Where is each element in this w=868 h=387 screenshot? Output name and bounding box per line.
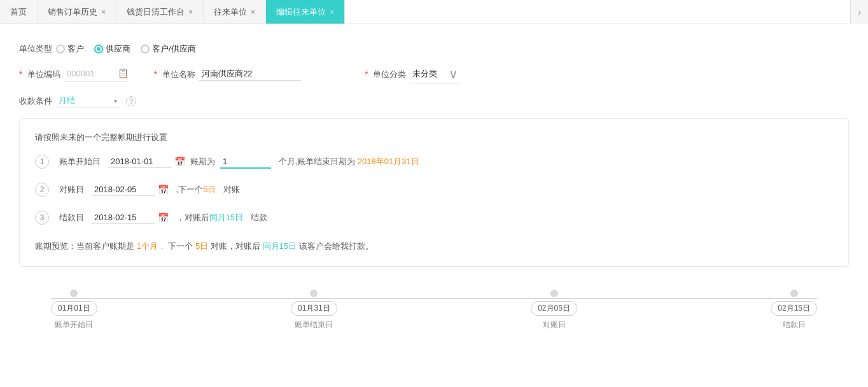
category-chevron-down-icon: ∨ xyxy=(449,66,458,81)
tab-partner-label: 往来单位 xyxy=(214,6,247,18)
timeline-badge-2: 01月31日 xyxy=(291,301,337,316)
tab-cash-desk-close[interactable]: × xyxy=(188,8,193,17)
unit-category-select[interactable]: 未分类 ∨ xyxy=(410,65,461,83)
timeline-label-1: 账单开始日 xyxy=(55,320,93,330)
timeline-line xyxy=(51,298,817,299)
payment-terms-select[interactable]: 月结 ▾ xyxy=(56,94,120,108)
radio-customer[interactable]: 客户 xyxy=(56,43,84,55)
preview-prefix: 账期预览：当前客户账期是 xyxy=(35,241,134,251)
unit-code-input[interactable] xyxy=(64,67,115,80)
tab-edit-partner-close[interactable]: × xyxy=(330,8,334,17)
timeline-spacer-3 xyxy=(577,293,771,294)
preview-suffix: 该客户会给我打款。 xyxy=(299,241,374,251)
unit-name-star: * xyxy=(154,69,157,79)
unit-code-star: * xyxy=(19,69,22,79)
radio-customer-supplier-label: 客户/供应商 xyxy=(152,43,196,55)
timeline-spacer-2 xyxy=(337,293,531,294)
radio-supplier[interactable]: 供应商 xyxy=(94,43,130,55)
step-3-date-input[interactable] xyxy=(92,211,155,224)
tab-edit-partner[interactable]: 编辑往来单位 × xyxy=(266,0,345,24)
unit-code-input-wrapper: 📋 xyxy=(64,67,129,81)
radio-customer-supplier[interactable]: 客户/供应商 xyxy=(141,43,196,55)
tab-bar-more[interactable]: › xyxy=(850,0,868,24)
step-number-1: 1 xyxy=(35,155,49,169)
preview-highlight1: 1个月， xyxy=(137,241,166,251)
unit-category-label: 单位分类 xyxy=(373,69,406,80)
timeline-label-3: 对账日 xyxy=(543,320,566,330)
timeline: 01月01日 账单开始日 01月31日 账单结束日 02月05日 xyxy=(32,277,836,337)
unit-code-group: * 单位编码 📋 xyxy=(19,67,129,81)
step-1-suffix: 个月,账单结束日期为 xyxy=(276,156,358,167)
tab-home[interactable]: 首页 xyxy=(0,0,38,24)
tab-sales-history[interactable]: 销售订单历史 × xyxy=(38,0,116,24)
unit-name-input[interactable] xyxy=(199,68,301,81)
tab-partner-close[interactable]: × xyxy=(251,8,255,17)
tab-partner[interactable]: 往来单位 × xyxy=(204,0,266,24)
timeline-circle-3 xyxy=(550,290,558,297)
step-1-calendar-icon[interactable]: 📅 xyxy=(174,157,185,167)
unit-type-group: 单位类型 客户 供应商 客户/供应商 xyxy=(19,43,196,55)
unit-details-row: * 单位编码 📋 * 单位名称 * 单位分类 未分类 ∨ xyxy=(19,65,849,83)
step-1-end-date: 2018年01月31日 xyxy=(358,156,419,167)
unit-name-group: * 单位名称 xyxy=(154,68,301,81)
unit-category-group: * 单位分类 未分类 ∨ xyxy=(365,65,461,83)
preview-middle2: 对账，对账后 xyxy=(211,241,260,251)
step-number-3: 3 xyxy=(35,211,49,225)
preview-highlight3: 同月15日 xyxy=(263,241,297,251)
period-input[interactable] xyxy=(220,155,271,169)
unit-type-label: 单位类型 xyxy=(19,43,52,55)
step-3-calendar-icon[interactable]: 📅 xyxy=(158,213,169,223)
help-icon[interactable]: ? xyxy=(126,96,136,106)
timeline-badge-3: 02月05日 xyxy=(531,301,577,316)
tab-cash-desk-label: 钱货日清工作台 xyxy=(127,6,185,18)
step-2-calendar-icon[interactable]: 📅 xyxy=(158,185,169,195)
step-2-label: 对账日 xyxy=(59,184,84,195)
step-3-label: 结款日 xyxy=(59,212,84,223)
radio-supplier-label: 供应商 xyxy=(106,43,130,55)
step-row-2: 2 对账日 📅 ,下一个 5日 对账 xyxy=(35,183,833,197)
radio-group-unit-type: 客户 供应商 客户/供应商 xyxy=(56,43,196,55)
step-2-date-input[interactable] xyxy=(92,183,155,196)
tab-sales-history-label: 销售订单历史 xyxy=(48,6,97,18)
timeline-badge-4: 02月15日 xyxy=(771,301,817,316)
payment-terms-value: 月结 xyxy=(59,95,75,106)
timeline-circle-4 xyxy=(790,290,798,297)
card-title: 请按照未来的一个完整帐期进行设置 xyxy=(35,132,833,143)
payment-terms-label: 收款条件 xyxy=(19,95,52,107)
timeline-point-1: 01月01日 账单开始日 xyxy=(51,290,97,330)
tab-cash-desk[interactable]: 钱货日清工作台 × xyxy=(116,0,204,24)
step-1-date-input[interactable] xyxy=(108,155,172,168)
timeline-point-3: 02月05日 对账日 xyxy=(531,290,577,330)
chevron-right-icon: › xyxy=(858,7,861,17)
unit-category-star: * xyxy=(365,69,368,79)
timeline-label-4: 结款日 xyxy=(783,320,806,330)
timeline-spacer-1 xyxy=(97,293,291,294)
unit-name-label: 单位名称 xyxy=(162,69,195,80)
tab-edit-partner-label: 编辑往来单位 xyxy=(276,6,326,18)
step-3-desc-suffix: 结款 xyxy=(248,212,267,223)
unit-type-row: 单位类型 客户 供应商 客户/供应商 xyxy=(19,43,849,55)
step-number-2: 2 xyxy=(35,183,49,197)
step-row-1: 1 账单开始日 📅 账期为 个月,账单结束日期为 2018年01月31日 xyxy=(35,155,833,169)
radio-customer-circle xyxy=(56,45,65,53)
unit-category-value: 未分类 xyxy=(412,68,437,80)
step-2-desc-prefix: ,下一个 xyxy=(174,184,203,195)
radio-supplier-circle xyxy=(94,45,103,53)
card-section: 请按照未来的一个完整帐期进行设置 1 账单开始日 📅 账期为 个月,账单结束日期… xyxy=(19,118,849,267)
preview-highlight2: 5日 xyxy=(195,241,208,251)
copy-icon[interactable]: 📋 xyxy=(118,68,129,78)
step-1-middle-text: 账期为 xyxy=(190,156,215,167)
step-2-desc-suffix: 对账 xyxy=(221,184,240,195)
tab-sales-history-close[interactable]: × xyxy=(101,8,106,17)
step-3-highlight: 同月15日 xyxy=(209,212,243,223)
step-1-label: 账单开始日 xyxy=(59,156,101,167)
tab-bar: 首页 销售订单历史 × 钱货日清工作台 × 往来单位 × 编辑往来单位 × › xyxy=(0,0,868,24)
preview-middle1: 下一个 xyxy=(168,241,193,251)
step-3-desc-prefix: ，对账后 xyxy=(174,212,209,223)
step-row-3: 3 结款日 📅 ，对账后 同月15日 结款 xyxy=(35,211,833,225)
main-content: 单位类型 客户 供应商 客户/供应商 * 单位编码 xyxy=(0,24,868,387)
timeline-label-2: 账单结束日 xyxy=(295,320,333,330)
payment-terms-row: 收款条件 月结 ▾ ? xyxy=(19,94,849,108)
timeline-circle-1 xyxy=(70,290,78,297)
tab-home-label: 首页 xyxy=(10,6,27,18)
